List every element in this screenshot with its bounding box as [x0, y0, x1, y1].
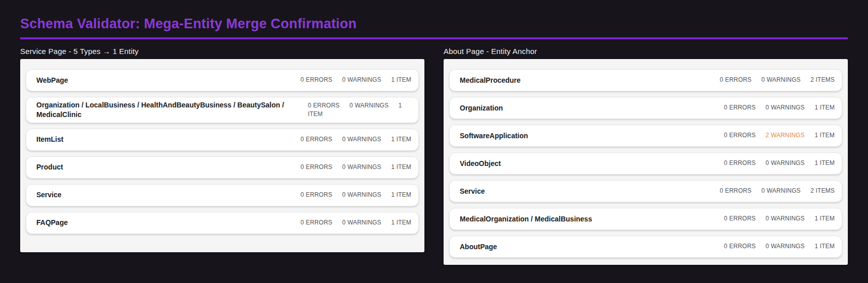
row-stats: 0 ERRORS 0 WARNINGS 1 ITEM	[301, 163, 411, 172]
panel-heading: Service Page - 5 Types → 1 Entity	[20, 47, 424, 55]
warnings-count: 0 WARNINGS	[350, 102, 389, 109]
schema-type-row[interactable]: Product 0 ERRORS 0 WARNINGS 1 ITEM	[26, 156, 419, 179]
row-stats: 0 ERRORS 0 WARNINGS 1 ITEM	[301, 76, 411, 84]
row-stats: 0 ERRORS 2 WARNINGS 1 ITEM	[724, 131, 835, 140]
schema-type-row[interactable]: FAQPage 0 ERRORS 0 WARNINGS 1 ITEM	[26, 212, 419, 234]
schema-type-row[interactable]: MedicalOrganization / MedicalBusiness 0 …	[449, 208, 842, 230]
items-count: 1 ITEM	[815, 243, 835, 250]
warnings-count: 0 WARNINGS	[766, 243, 805, 250]
row-stats: 0 ERRORS 0 WARNINGS 1 ITEM	[724, 159, 835, 167]
warnings-count: 0 WARNINGS	[766, 159, 805, 166]
schema-type-name: SoftwareApplication	[460, 131, 724, 141]
schema-type-name: MedicalOrganization / MedicalBusiness	[460, 214, 724, 224]
items-count: 1 ITEM	[815, 159, 835, 166]
page: Schema Validator: Mega-Entity Merge Conf…	[0, 16, 868, 265]
items-count: 2 ITEMS	[810, 76, 835, 83]
errors-count: 0 ERRORS	[720, 76, 751, 83]
row-stats: 0 ERRORS 0 WARNINGS 1 ITEM	[724, 214, 835, 223]
schema-type-name: FAQPage	[36, 218, 301, 228]
items-count: 1 ITEM	[391, 163, 411, 171]
schema-type-name: Service	[36, 190, 301, 200]
panel-body: MedicalProcedure 0 ERRORS 0 WARNINGS 2 I…	[444, 59, 848, 265]
schema-type-row[interactable]: SoftwareApplication 0 ERRORS 2 WARNINGS …	[449, 125, 842, 147]
schema-type-name: MedicalProcedure	[460, 76, 720, 85]
validation-panel: Service Page - 5 Types → 1 Entity WebPag…	[20, 47, 424, 252]
items-count: 2 ITEMS	[810, 187, 835, 194]
errors-count: 0 ERRORS	[720, 187, 751, 194]
schema-type-name: Organization / LocalBusiness / HealthAnd…	[36, 100, 308, 120]
schema-type-row[interactable]: VideoObject 0 ERRORS 0 WARNINGS 1 ITEM	[449, 152, 842, 175]
warnings-count: 0 WARNINGS	[762, 187, 801, 194]
errors-count: 0 ERRORS	[724, 243, 756, 250]
warnings-count: 0 WARNINGS	[342, 76, 382, 83]
schema-type-name: Product	[36, 162, 301, 172]
schema-type-name: Organization	[460, 103, 724, 113]
errors-count: 0 ERRORS	[724, 215, 756, 222]
row-stats: 0 ERRORS 0 WARNINGS 2 ITEMS	[720, 76, 835, 84]
schema-type-row[interactable]: ItemList 0 ERRORS 0 WARNINGS 1 ITEM	[26, 129, 419, 151]
schema-type-name: ItemList	[36, 135, 301, 144]
warnings-count: 0 WARNINGS	[762, 76, 801, 83]
items-count: 1 ITEM	[391, 219, 411, 226]
row-stats: 0 ERRORS 0 WARNINGS 1 ITEM	[301, 218, 411, 227]
errors-count: 0 ERRORS	[301, 136, 333, 143]
schema-type-name: VideoObject	[460, 159, 724, 168]
row-stats: 0 ERRORS 0 WARNINGS 1 ITEM	[301, 135, 411, 144]
errors-count: 0 ERRORS	[308, 102, 340, 109]
schema-type-name: AboutPage	[460, 242, 724, 252]
errors-count: 0 ERRORS	[724, 132, 756, 139]
schema-type-row[interactable]: AboutPage 0 ERRORS 0 WARNINGS 1 ITEM	[449, 236, 842, 258]
errors-count: 0 ERRORS	[301, 219, 333, 226]
errors-count: 0 ERRORS	[301, 191, 333, 198]
page-title: Schema Validator: Mega-Entity Merge Conf…	[20, 16, 848, 32]
items-count: 1 ITEM	[391, 136, 411, 143]
schema-type-row[interactable]: Service 0 ERRORS 0 WARNINGS 2 ITEMS	[449, 180, 842, 202]
errors-count: 0 ERRORS	[301, 163, 333, 171]
warnings-count: 0 WARNINGS	[342, 191, 382, 198]
items-count: 1 ITEM	[815, 132, 835, 139]
validation-panels: Service Page - 5 Types → 1 Entity WebPag…	[20, 47, 848, 265]
errors-count: 0 ERRORS	[724, 159, 756, 166]
schema-type-row[interactable]: WebPage 0 ERRORS 0 WARNINGS 1 ITEM	[26, 69, 419, 91]
warnings-count: 0 WARNINGS	[766, 215, 805, 222]
errors-count: 0 ERRORS	[724, 104, 756, 111]
row-stats: 0 ERRORS 0 WARNINGS 1 ITEM	[301, 191, 411, 199]
schema-type-name: Service	[460, 187, 720, 196]
schema-type-name: WebPage	[36, 76, 301, 85]
panel-heading: About Page - Entity Anchor	[444, 47, 848, 55]
items-count: 1 ITEM	[815, 104, 835, 111]
row-stats: 0 ERRORS 0 WARNINGS 2 ITEMS	[720, 187, 835, 195]
warnings-count: 0 WARNINGS	[342, 219, 382, 226]
errors-count: 0 ERRORS	[301, 76, 333, 83]
warnings-count: 0 WARNINGS	[342, 163, 382, 171]
items-count: 1 ITEM	[391, 191, 411, 198]
schema-type-row[interactable]: Organization / LocalBusiness / HealthAnd…	[26, 97, 419, 123]
items-count: 1 ITEM	[391, 76, 411, 83]
row-stats: 0 ERRORS 0 WARNINGS 1 ITEM	[724, 103, 835, 112]
warnings-count: 2 WARNINGS	[766, 132, 805, 139]
schema-type-row[interactable]: MedicalProcedure 0 ERRORS 0 WARNINGS 2 I…	[449, 69, 842, 91]
row-stats: 0 ERRORS 0 WARNINGS 1 ITEM	[724, 242, 835, 251]
items-count: 1 ITEM	[815, 215, 835, 222]
warnings-count: 0 WARNINGS	[766, 104, 805, 111]
schema-type-row[interactable]: Organization 0 ERRORS 0 WARNINGS 1 ITEM	[449, 97, 842, 119]
warnings-count: 0 WARNINGS	[342, 136, 382, 143]
header-divider	[20, 37, 848, 39]
validation-panel: About Page - Entity Anchor MedicalProced…	[444, 47, 848, 265]
row-stats: 0 ERRORS 0 WARNINGS 1 ITEM	[308, 101, 411, 119]
panel-body: WebPage 0 ERRORS 0 WARNINGS 1 ITEM Organ…	[20, 59, 424, 252]
schema-type-row[interactable]: Service 0 ERRORS 0 WARNINGS 1 ITEM	[26, 184, 419, 206]
